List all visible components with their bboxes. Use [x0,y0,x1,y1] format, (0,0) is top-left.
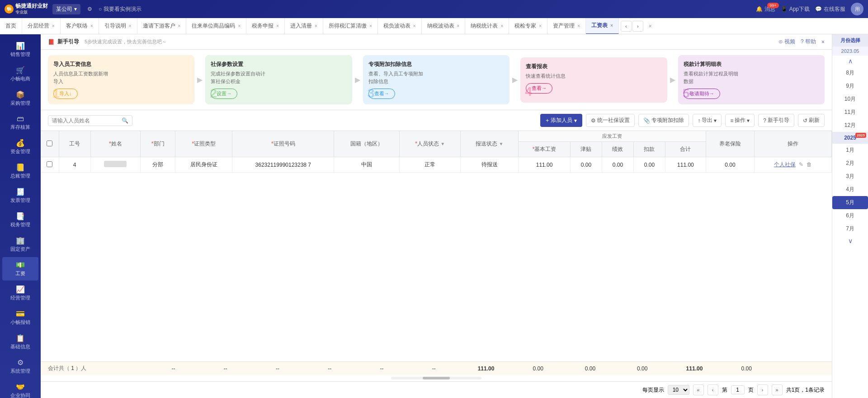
tab-close-12[interactable]: × [577,23,580,28]
tab-close-5[interactable]: × [276,23,279,28]
tab-1[interactable]: 客户联络× [61,18,99,34]
tab-home[interactable]: 首页 [0,18,22,34]
next-page-btn[interactable]: › [757,384,768,395]
step4-number: 4 [525,84,532,99]
tab-4[interactable]: 往来单位商品编码× [186,18,246,34]
sidebar-item-inventory[interactable]: 🗃 库存核算 [2,111,38,134]
tab-close-0[interactable]: × [52,23,55,28]
month-4[interactable]: 4月 [832,183,868,196]
tab-close-7[interactable]: × [369,23,372,28]
tabs-next-arrow[interactable]: › [632,21,643,32]
month-down-btn[interactable]: ∨ [846,236,855,245]
footer-count: 1 [71,365,74,371]
add-staff-button[interactable]: + 添加人员 ▾ [540,114,582,127]
tab-8[interactable]: 税负波动表× [378,18,422,34]
report-filter-icon[interactable]: ▼ [499,141,503,146]
message-button[interactable]: 🔔 消息 99+ [756,5,775,13]
scrollbar-thumb[interactable] [423,377,450,379]
tab-3[interactable]: 邀请下游客户× [137,18,187,34]
guide-close-icon[interactable]: × [821,39,825,45]
company-selector[interactable]: 某公司 ▾ [52,4,80,14]
month-9[interactable]: 9月 [832,80,868,93]
sidebar-item-basic[interactable]: 📋 基础信息 [2,330,38,354]
tab-close-11[interactable]: × [539,23,542,28]
refresh-button[interactable]: ↺ 刷新 [798,114,825,127]
prev-page-btn[interactable]: ‹ [708,384,718,395]
special-deduction-button[interactable]: 📎 专项附加扣除 [638,114,689,127]
sidebar-item-purchase[interactable]: 📦 采购管理 [2,87,38,110]
search-icon[interactable]: 🔍 [122,117,128,124]
sidebar-item-ecommerce[interactable]: 🛒 小畅电商 [2,62,38,86]
sidebar-item-finance[interactable]: 💰 资金管理 [2,135,38,159]
tab-13[interactable]: 工资表× [586,18,619,34]
month-8[interactable]: 8月 [832,66,868,80]
tab-close-9[interactable]: × [457,23,460,28]
operations-button[interactable]: ≡ 操作 ▾ [725,114,755,127]
tab-close-13[interactable]: × [610,23,613,28]
tab-9[interactable]: 纳税波动表× [422,18,466,34]
tab-10[interactable]: 纳税统计表× [465,18,509,34]
sidebar-item-sales[interactable]: 📊 销售管理 [2,38,38,61]
tab-close-3[interactable]: × [178,23,181,28]
tabs-prev-arrow[interactable]: ‹ [621,21,632,32]
page-number-input[interactable] [731,385,745,394]
month-3[interactable]: 3月 [832,170,868,183]
tab-6[interactable]: 进入清册× [285,18,323,34]
guide-help-link[interactable]: ? 帮助 [801,38,816,46]
tab-close-6[interactable]: × [315,23,317,28]
settings-icon[interactable]: ⚙ [84,4,95,14]
status-filter-icon[interactable]: ▼ [440,141,445,146]
sidebar-item-expense[interactable]: 💳 小畅报销 [2,306,38,329]
month-12[interactable]: 12月 [832,119,868,132]
tab-close-1[interactable]: × [90,23,93,28]
first-page-btn[interactable]: « [693,384,704,395]
sidebar-item-collab[interactable]: 🤝 企业协同 [2,379,38,398]
op-personal-insurance[interactable]: 个人社保 [774,161,796,168]
month-7[interactable]: 7月 [832,222,868,235]
op-delete-icon[interactable]: 🗑 [807,161,812,168]
tab-2[interactable]: 引导说明× [99,18,137,34]
sidebar-item-operation[interactable]: 📈 经营管理 [2,281,38,305]
sidebar-item-invoice[interactable]: 🧾 发票管理 [2,184,38,207]
tab-0[interactable]: 分层经营× [22,18,61,34]
tab-7[interactable]: 所得税汇算清缴× [323,18,378,34]
online-service-button[interactable]: 💬 在线客服 [815,5,845,13]
select-all-checkbox[interactable] [47,140,52,146]
month-10[interactable]: 10月 [832,93,868,106]
scrollbar-track[interactable] [391,377,481,379]
tab-close-10[interactable]: × [500,23,503,28]
app-download-button[interactable]: 📱 App下载 [781,5,810,13]
tab-close-8[interactable]: × [413,23,416,28]
per-page-select[interactable]: 10 20 50 [668,385,689,395]
sidebar-item-tax[interactable]: 📑 税务管理 [2,208,38,232]
tab-12[interactable]: 资产管理× [547,18,586,34]
month-1[interactable]: 1月 [832,144,868,157]
sidebar-item-assets[interactable]: 🏢 固定资产 [2,233,38,256]
user-avatar[interactable]: 用 [851,3,863,15]
close-all-tabs[interactable]: × [645,23,656,29]
month-11[interactable]: 11月 [832,106,868,119]
demo-link[interactable]: ○ 我要看实例演示 [99,5,142,13]
guide-video-link[interactable]: ⊙ 视频 [778,38,795,46]
month-6[interactable]: 6月 [832,209,868,222]
tab-11[interactable]: 税检专家× [509,18,547,34]
row-check-1[interactable] [47,161,52,167]
search-input[interactable] [52,117,120,124]
tab-5[interactable]: 税务申报× [246,18,285,34]
tab-close-4[interactable]: × [238,23,241,28]
guide-button[interactable]: ? 新手引导 [758,114,794,127]
tab-close-2[interactable]: × [129,23,132,28]
ecommerce-icon: 🛒 [4,66,37,75]
op-edit-icon[interactable]: ✎ [799,161,803,168]
export-button[interactable]: ↑ 导出 ▾ [693,114,722,127]
sidebar-item-system[interactable]: ⚙ 系统管理 [2,355,38,378]
month-up-btn[interactable]: ∧ [846,56,855,66]
step4-title: 查看报表 [526,63,661,70]
month-2[interactable]: 2月 [832,157,868,170]
unified-settings-button[interactable]: ⚙ 统一社保设置 [586,114,635,127]
last-page-btn[interactable]: » [772,384,783,395]
month-5[interactable]: 5月 [832,196,868,209]
sidebar-item-salary[interactable]: 💵 工资 [2,257,38,281]
footer-performance-total: 0.00 [564,365,616,372]
sidebar-item-ledger[interactable]: 📒 总账管理 [2,159,38,183]
